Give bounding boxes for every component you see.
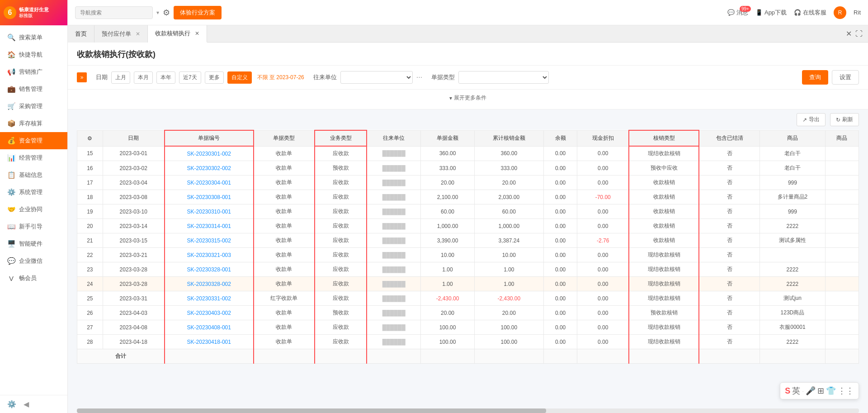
horizontal-scrollbar[interactable] (77, 408, 859, 413)
cell-verified: 333.00 (474, 161, 543, 176)
sidebar-item-system[interactable]: ⚙️系统管理 (0, 184, 67, 201)
sidebar-item-guide[interactable]: 📖新手引导 (0, 218, 67, 235)
cell-biz-type: 应收款 (315, 190, 367, 204)
verification-tab-close[interactable]: ✕ (195, 30, 199, 37)
english-icon[interactable]: 英 (792, 385, 800, 396)
settings-bottom-icon[interactable]: ⚙️ (7, 400, 16, 408)
gear-icon[interactable]: ⚙ (163, 8, 170, 18)
sk-link[interactable]: SK-20230331-002 (187, 295, 231, 302)
sidebar-item-wechat[interactable]: 💬企业微信 (0, 252, 67, 270)
th-amount: 单据金额 (421, 130, 474, 146)
cell-partner: ██████ (367, 277, 421, 291)
partner-select[interactable] (340, 71, 413, 84)
logo-icon: 6 (4, 6, 16, 19)
custom-date-button[interactable]: 自定义 (227, 71, 252, 84)
sidebar-item-nav[interactable]: 🏠快捷导航 (0, 46, 67, 63)
message-button[interactable]: 💬 消息 99+ (727, 9, 748, 17)
tab-verification[interactable]: 收款核销执行 ✕ (148, 25, 207, 43)
sk-link[interactable]: SK-20230308-001 (187, 194, 231, 200)
guide-icon: 📖 (7, 223, 15, 231)
collapse-icon[interactable]: ◀ (24, 400, 29, 408)
apps-icon[interactable]: ⋮⋮ (838, 386, 854, 396)
sidebar-item-label-basic: 基础信息 (19, 171, 42, 179)
page-title: 收款核销执行(按收款) (77, 49, 859, 60)
expand-tab-icon[interactable]: ⛶ (855, 30, 863, 38)
cell-date: 2023-03-21 (103, 248, 165, 262)
scrollbar-thumb[interactable] (77, 408, 546, 413)
sidebar-item-enterprise[interactable]: 🤝企业协同 (0, 201, 67, 218)
cell-date: 2023-03-08 (103, 190, 165, 204)
filter-toggle-button[interactable]: » (77, 72, 87, 82)
last-7days-button[interactable]: 近7天 (179, 71, 201, 84)
tab-home[interactable]: 首页 (68, 25, 94, 43)
sidebar-item-marketing[interactable]: 📢营销推广 (0, 63, 67, 81)
cell-sk: SK-20230314-001 (165, 219, 254, 233)
close-tab-icon[interactable]: ✕ (846, 29, 852, 38)
prepay-tab-label: 预付应付单 (102, 30, 131, 38)
grid-icon[interactable]: ⊞ (817, 386, 824, 396)
shirt-icon[interactable]: 👕 (826, 386, 836, 396)
export-button[interactable]: ↗ 导出 (797, 113, 826, 126)
sidebar-item-inventory[interactable]: 📦库存核算 (0, 115, 67, 132)
sk-link[interactable]: SK-20230304-001 (187, 180, 231, 186)
cell-partner: ██████ (367, 248, 421, 262)
cell-sk: SK-20230321-003 (165, 248, 254, 262)
footer-goods2 (825, 349, 859, 364)
more-date-button[interactable]: 更多 (205, 71, 224, 84)
sidebar-item-basic[interactable]: 📋基础信息 (0, 166, 67, 184)
sidebar-item-purchase[interactable]: 🛒采购管理 (0, 98, 67, 115)
sk-link[interactable]: SK-20230328-001 (187, 266, 231, 273)
cell-date: 2023-03-10 (103, 204, 165, 219)
sidebar-item-search[interactable]: 🔍搜索菜单 (0, 29, 67, 46)
app-download-link[interactable]: 📱 App下载 (755, 9, 787, 17)
sk-link[interactable]: SK-20230302-002 (187, 165, 231, 171)
cell-hx-type: 收款核销 (629, 219, 699, 233)
sk-link[interactable]: SK-20230403-002 (187, 310, 231, 316)
sk-link[interactable]: SK-20230408-001 (187, 324, 231, 331)
sk-link[interactable]: SK-20230314-001 (187, 223, 231, 229)
receipt-type-select[interactable] (458, 71, 549, 84)
sk-link[interactable]: SK-20230418-001 (187, 339, 231, 345)
solution-button[interactable]: 体验行业方案 (174, 6, 222, 19)
sidebar-item-sales[interactable]: 💼销售管理 (0, 81, 67, 98)
prepay-tab-close[interactable]: ✕ (136, 31, 140, 37)
cell-bill-type: 收款单 (254, 262, 315, 277)
this-year-button[interactable]: 本年 (156, 71, 175, 84)
expand-more-button[interactable]: ▾ 展开更多条件 (446, 92, 490, 104)
sidebar-item-operation[interactable]: 📊经营管理 (0, 149, 67, 166)
cell-discount: 0.00 (577, 291, 629, 306)
sidebar-item-hardware[interactable]: 🖥️智能硬件 (0, 235, 67, 252)
user-avatar[interactable]: R (834, 6, 846, 19)
search-input[interactable] (75, 6, 153, 19)
cell-amount: 1.00 (421, 277, 474, 291)
sidebar-item-finance[interactable]: 💰资金管理 (0, 132, 67, 149)
query-button[interactable]: 查询 (802, 70, 828, 85)
this-month-button[interactable]: 本月 (134, 71, 153, 84)
cell-no: 20 (77, 219, 103, 233)
cell-biz-type: 预收款 (315, 161, 367, 176)
mic-icon[interactable]: 🎤 (806, 386, 816, 396)
refresh-button[interactable]: ↻ 刷新 (830, 113, 859, 126)
settings-button[interactable]: 设置 (832, 70, 859, 85)
sidebar-item-member[interactable]: V畅会员 (0, 270, 67, 287)
float-toolbar: S 英 · 🎤 ⊞ 👕 ⋮⋮ (780, 382, 859, 399)
footer-label: 合计 (77, 349, 165, 364)
filter-dots[interactable]: ··· (416, 73, 422, 81)
online-service-link[interactable]: 🎧 在线客服 (794, 9, 826, 17)
tab-prepay[interactable]: 预付应付单 ✕ (94, 25, 148, 43)
last-month-button[interactable]: 上月 (111, 71, 130, 84)
cell-date: 2023-03-02 (103, 161, 165, 176)
th-date: 日期 (103, 130, 165, 146)
footer-discount (577, 349, 629, 364)
cell-sk: SK-20230418-001 (165, 335, 254, 349)
cell-included: 否 (699, 219, 760, 233)
inventory-icon: 📦 (7, 119, 15, 128)
sk-link[interactable]: SK-20230315-002 (187, 237, 231, 244)
sidebar-bottom: ⚙️ ◀ (0, 395, 67, 413)
cell-amount: 3,390.00 (421, 233, 474, 248)
sk-link[interactable]: SK-20230310-001 (187, 209, 231, 215)
sk-link[interactable]: SK-20230301-002 (187, 151, 231, 157)
sk-link[interactable]: SK-20230328-002 (187, 281, 231, 287)
sk-link[interactable]: SK-20230321-003 (187, 252, 231, 258)
home-tab-label: 首页 (75, 30, 87, 38)
